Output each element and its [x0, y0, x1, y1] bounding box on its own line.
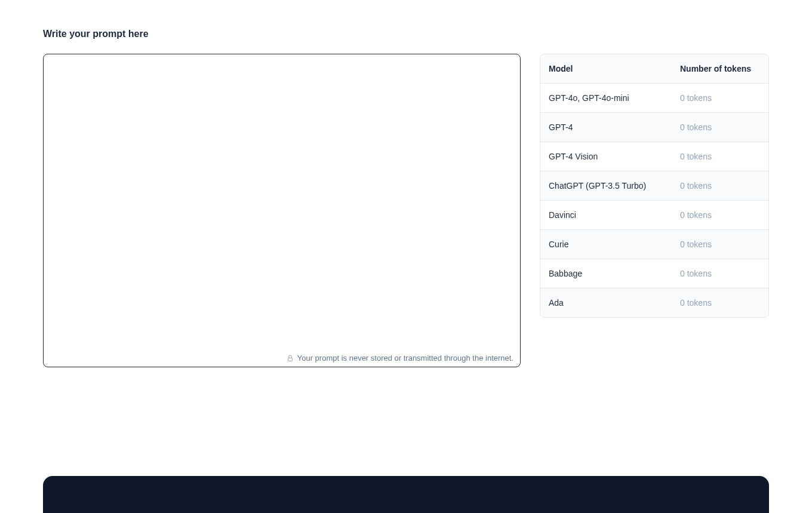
model-name-cell: GPT-4o, GPT-4o-mini — [540, 84, 672, 112]
bottom-panel — [43, 476, 769, 513]
token-count-cell: 0 tokens — [672, 230, 768, 259]
model-name-cell: GPT-4 — [540, 113, 672, 142]
model-name-cell: Davinci — [540, 201, 672, 229]
privacy-note-text: Your prompt is never stored or transmitt… — [297, 354, 513, 363]
table-row: Babbage 0 tokens — [540, 259, 768, 288]
token-count-cell: 0 tokens — [672, 142, 768, 171]
table-row: GPT-4o, GPT-4o-mini 0 tokens — [540, 84, 768, 113]
model-name-cell: GPT-4 Vision — [540, 142, 672, 171]
table-row: ChatGPT (GPT-3.5 Turbo) 0 tokens — [540, 171, 768, 201]
token-count-cell: 0 tokens — [672, 288, 768, 317]
table-row: Davinci 0 tokens — [540, 201, 768, 230]
model-name-cell: Ada — [540, 288, 672, 317]
lock-icon — [287, 355, 294, 362]
table-row: Curie 0 tokens — [540, 230, 768, 259]
token-count-cell: 0 tokens — [672, 113, 768, 142]
token-count-cell: 0 tokens — [672, 201, 768, 229]
table-row: GPT-4 Vision 0 tokens — [540, 142, 768, 171]
table-body: GPT-4o, GPT-4o-mini 0 tokens GPT-4 0 tok… — [540, 84, 768, 317]
token-count-cell: 0 tokens — [672, 84, 768, 112]
prompt-textarea[interactable] — [43, 54, 521, 367]
privacy-note: Your prompt is never stored or transmitt… — [287, 354, 513, 363]
model-name-cell: ChatGPT (GPT-3.5 Turbo) — [540, 171, 672, 200]
table-row: Ada 0 tokens — [540, 288, 768, 317]
token-count-cell: 0 tokens — [672, 171, 768, 200]
table-header-model: Model — [540, 54, 672, 83]
table-header-tokens: Number of tokens — [672, 54, 768, 83]
model-name-cell: Babbage — [540, 259, 672, 288]
token-count-cell: 0 tokens — [672, 259, 768, 288]
prompt-input-wrapper: Your prompt is never stored or transmitt… — [43, 54, 521, 370]
table-row: GPT-4 0 tokens — [540, 113, 768, 142]
table-header-row: Model Number of tokens — [540, 54, 768, 84]
page-title: Write your prompt here — [43, 29, 769, 39]
svg-rect-0 — [288, 358, 292, 361]
token-count-table: Model Number of tokens GPT-4o, GPT-4o-mi… — [540, 54, 769, 318]
model-name-cell: Curie — [540, 230, 672, 259]
